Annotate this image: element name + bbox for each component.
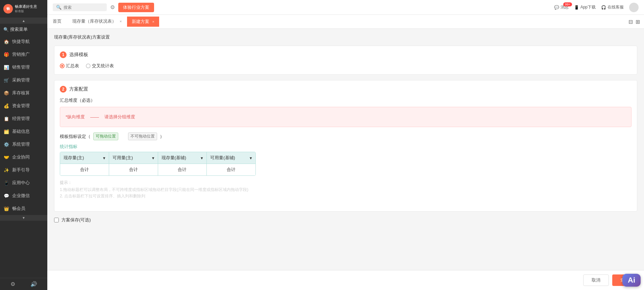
gift-icon: 🎁 [3, 51, 9, 57]
col-4-dropdown-icon[interactable]: ▾ [250, 155, 252, 161]
col-3-dropdown-icon[interactable]: ▾ [201, 155, 203, 161]
online-service-label: 在线客服 [608, 4, 624, 10]
sidebar-scroll-down[interactable]: ▼ [0, 215, 47, 221]
sidebar-item-label: 新手引导 [12, 167, 30, 173]
section-2: 2 方案配置 汇总维度（必选） *纵向维度 —— 请选择分组维度 模板指标设定（… [54, 80, 637, 212]
sidebar-item-finance[interactable]: 💰 资金管理 [0, 99, 47, 112]
sidebar-item-quick-nav[interactable]: 🏠 快捷导航 [0, 35, 47, 48]
crown-icon: 👑 [3, 206, 9, 212]
online-service-btn[interactable]: 🎧 在线客服 [601, 4, 624, 10]
sidebar: 畅 畅康通好生意 标准版 ▲ 🔍 搜索菜单 🏠 快捷导航 🎁 营销推广 📊 销售… [0, 0, 47, 290]
sidebar-item-operation[interactable]: 📋 经营管理 [0, 112, 47, 125]
folder-icon: 🗂️ [3, 128, 9, 135]
sidebar-item-label: 经营管理 [12, 116, 30, 122]
col-2-dropdown-icon[interactable]: ▾ [152, 155, 154, 161]
clipboard-icon: 📋 [3, 116, 9, 122]
stats-col-3: 现存量(基辅) ▾ 合计 [158, 152, 207, 175]
tab-expand-btn[interactable]: ⊞ [636, 19, 640, 25]
cart-icon: 🛒 [3, 77, 9, 83]
radio-summary[interactable]: 汇总表 [60, 63, 79, 69]
box-icon: 📦 [3, 90, 9, 96]
search-icon: 🔍 [3, 27, 9, 32]
stats-col-1-header[interactable]: 现存量(主) ▾ [60, 152, 109, 164]
stats-col-2-cell: 合计 [109, 164, 158, 175]
sidebar-search-label: 搜索菜单 [10, 26, 28, 32]
sidebar-item-sales[interactable]: 📊 销售管理 [0, 61, 47, 74]
sidebar-item-purchase[interactable]: 🛒 采购管理 [0, 74, 47, 87]
chart-icon: 📊 [3, 64, 9, 70]
stats-col-4-header[interactable]: 可用量(基辅) ▾ [207, 152, 255, 164]
sidebar-item-contract[interactable]: 🤝 企业协同 [0, 151, 47, 164]
ai-float-button[interactable]: Ai [622, 274, 641, 287]
tab-inventory[interactable]: 现存量（库存状况表） × [67, 15, 127, 28]
topbar-search-input[interactable] [64, 5, 97, 10]
stats-col-4: 可用量(基辅) ▾ 合计 [207, 152, 255, 175]
messages-btn[interactable]: 💬 消息 99+ [554, 4, 569, 10]
save-label: 方案保存(可选) [61, 217, 91, 223]
indicator-fixed-tag: 不可拖动位置 [128, 132, 157, 140]
vertical-placeholder: 请选择分组维度 [104, 114, 135, 120]
radio-summary-circle [60, 64, 65, 68]
radio-crosstab[interactable]: 交叉统计表 [86, 63, 114, 69]
phone-icon: 📱 [3, 180, 9, 186]
logo-text: 畅康通好生意 标准版 [15, 4, 37, 13]
sidebar-item-member[interactable]: 👑 畅会员 [0, 202, 47, 215]
app-download-btn[interactable]: 📱 App下载 [574, 4, 596, 10]
template-radio-group: 汇总表 交叉统计表 [60, 63, 631, 69]
col-1-dropdown-icon[interactable]: ▾ [103, 155, 105, 161]
stats-col-2-header[interactable]: 可用量(主) ▾ [109, 152, 158, 164]
tab-collapse-btn[interactable]: ⊟ [628, 19, 633, 25]
user-avatar[interactable] [629, 3, 639, 12]
sidebar-item-basic-info[interactable]: 🗂️ 基础信息 [0, 125, 47, 138]
cancel-button[interactable]: 取消 [583, 274, 609, 286]
message-icon: 💬 [554, 5, 559, 10]
topbar: 🔍 ⚙ 体验行业方案 💬 消息 99+ 📱 App下载 🎧 在线客服 [47, 0, 644, 15]
sidebar-item-label: 快捷导航 [12, 39, 30, 45]
col-3-header-text: 现存量(基辅) [162, 155, 187, 161]
col-4-header-text: 可用量(基辅) [210, 155, 235, 161]
sidebar-item-label: 采购管理 [12, 77, 30, 83]
page-content: 现存量(库存状况表)方案设置 1 选择模板 汇总表 交叉统计表 2 [47, 29, 644, 270]
sidebar-scroll-up[interactable]: ▲ [0, 18, 47, 24]
sidebar-item-inventory[interactable]: 📦 库存核算 [0, 87, 47, 99]
sidebar-item-marketing[interactable]: 🎁 营销推广 [0, 48, 47, 61]
tabs-bar: 首页 现存量（库存状况表） × 新建方案 × ⊟ ⊞ [47, 15, 644, 29]
sidebar-item-label: 应用中心 [12, 180, 30, 186]
main-area: 🔍 ⚙ 体验行业方案 💬 消息 99+ 📱 App下载 🎧 在线客服 首页 [47, 0, 644, 290]
tab-home-label: 首页 [53, 18, 61, 24]
stats-col-4-cell: 合计 [207, 164, 255, 175]
sound-bottom-btn[interactable]: 🔊 [30, 281, 37, 287]
sidebar-item-system[interactable]: ⚙️ 系统管理 [0, 138, 47, 151]
sidebar-search[interactable]: 🔍 搜索菜单 [0, 24, 47, 35]
radio-crosstab-circle [86, 64, 91, 68]
pink-dimension-box[interactable]: *纵向维度 —— 请选择分组维度 [60, 107, 631, 127]
sidebar-item-label: 基础信息 [12, 128, 30, 135]
section-2-num: 2 [60, 86, 67, 93]
tab-inventory-close[interactable]: × [120, 19, 122, 23]
sidebar-item-guide[interactable]: ✨ 新手引导 [0, 164, 47, 176]
stats-table: 现存量(主) ▾ 合计 可用量(主) ▾ 合计 [60, 152, 256, 176]
stats-col-1-cell: 合计 [60, 164, 109, 175]
topbar-search-area[interactable]: 🔍 [53, 3, 107, 11]
sidebar-item-label: 资金管理 [12, 103, 30, 109]
messages-badge: 99+ [563, 2, 572, 6]
stats-col-3-header[interactable]: 现存量(基辅) ▾ [158, 152, 207, 164]
col-1-header-text: 现存量(主) [64, 155, 84, 161]
tab-new[interactable]: 新建方案 × [127, 17, 159, 27]
footer-actions: 取消 查询 [47, 270, 644, 290]
topbar-gear-icon[interactable]: ⚙ [110, 4, 115, 10]
sidebar-item-app-center[interactable]: 📱 应用中心 [0, 176, 47, 189]
tab-new-close[interactable]: × [152, 20, 154, 24]
sidebar-item-wechat[interactable]: 💬 企业微信 [0, 189, 47, 202]
topbar-search-icon: 🔍 [56, 5, 61, 10]
app-download-icon: 📱 [574, 5, 579, 10]
stats-col-1: 现存量(主) ▾ 合计 [60, 152, 109, 175]
settings-bottom-btn[interactable]: ⚙ [10, 281, 15, 287]
trial-button[interactable]: 体验行业方案 [118, 3, 154, 12]
sidebar-item-label: 营销推广 [12, 51, 30, 57]
section-1: 1 选择模板 汇总表 交叉统计表 [54, 46, 637, 75]
col-2-header-text: 可用量(主) [113, 155, 133, 161]
save-checkbox[interactable] [54, 218, 59, 222]
tab-home[interactable]: 首页 [47, 15, 67, 28]
handshake-icon: 🤝 [3, 154, 9, 160]
